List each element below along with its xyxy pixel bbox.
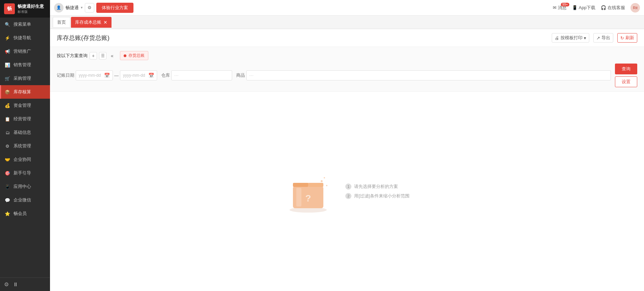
product-placeholder: ···	[249, 73, 254, 78]
warehouse-field-group: 仓库 ···	[161, 70, 232, 80]
empty-svg-illustration: ?	[284, 169, 332, 213]
scheme-dot-icon	[124, 54, 126, 57]
empty-illustration: ?	[284, 169, 332, 213]
sidebar-item-label: 应用中心	[14, 184, 31, 190]
sidebar-item-label: 经营管理	[14, 116, 31, 122]
svg-rect-4	[293, 183, 308, 187]
step-1-number: 1	[345, 184, 351, 190]
operations-icon: 📋	[4, 116, 11, 122]
sidebar-item-inventory[interactable]: 📦 库存核算	[0, 85, 50, 99]
date-start-input[interactable]: yyyy-mm-dd 📅	[76, 70, 113, 80]
refresh-icon: ↻	[620, 35, 624, 41]
tab-inventory-cost[interactable]: 库存成本总账 ✕	[71, 17, 112, 28]
headset-icon: 🎧	[601, 5, 606, 10]
sidebar-item-label: 采购管理	[14, 75, 31, 81]
message-icon: ✉	[553, 5, 556, 10]
sidebar-item-label: 销售管理	[14, 62, 31, 68]
date-field-label: 记账日期	[57, 72, 74, 78]
sidebar-item-finance[interactable]: 💰 资金管理	[0, 99, 50, 112]
print-template-button[interactable]: 🖨 按模板打印 ▾	[552, 33, 589, 43]
newguide-icon: 🎯	[4, 170, 11, 176]
calendar-end-icon: 📅	[148, 73, 154, 78]
sidebar-item-cooperation[interactable]: 🤝 企业协同	[0, 153, 50, 166]
empty-text: 1 请先选择要分析的方案 2 用[过滤]条件来缩小分析范围	[345, 184, 409, 199]
filter-bar: 按以下方案查询 + ☰ « 存货总账 记账日期 yyyy-mm-dd 📅	[50, 47, 644, 92]
sidebar-logo: 畅 畅捷通好生意 标准版	[0, 0, 50, 18]
query-button[interactable]: 查询	[615, 64, 637, 74]
shortcut-icon: ⚡	[4, 34, 11, 41]
filter-collapse-button[interactable]: «	[108, 52, 116, 59]
sidebar-item-system[interactable]: ⚙ 系统管理	[0, 139, 50, 153]
step-1-text: 请先选择要分析的方案	[354, 184, 398, 190]
empty-state: ? 1 请先选择要分析的方案 2 用[过滤]条件来缩小分析范围	[50, 92, 644, 291]
topbar-settings-button[interactable]: ⚙	[85, 3, 94, 13]
online-service-label: 在线客服	[608, 5, 625, 11]
online-service-button[interactable]: 🎧 在线客服	[601, 5, 625, 11]
sidebar-item-operations[interactable]: 📋 经营管理	[0, 112, 50, 126]
sidebar-item-sales[interactable]: 📊 销售管理	[0, 58, 50, 72]
svg-text:?: ?	[305, 193, 311, 203]
sidebar-item-appcenter[interactable]: 📱 应用中心	[0, 180, 50, 193]
warehouse-select[interactable]: ···	[171, 70, 232, 80]
search-icon: 🔍	[4, 21, 11, 28]
chevron-down-icon[interactable]: ▾	[81, 5, 83, 10]
refresh-button[interactable]: ↻ 刷新	[617, 33, 637, 43]
audio-footer-icon[interactable]: ⏸	[13, 282, 18, 288]
page-header-actions: 🖨 按模板打印 ▾ ↗ 导出 ↻ 刷新	[552, 33, 637, 43]
sidebar-item-label: 畅会员	[14, 211, 27, 217]
date-separator: —	[114, 73, 119, 78]
user-initials: Rit	[633, 6, 637, 10]
sidebar-item-shortcut[interactable]: ⚡ 快捷导航	[0, 31, 50, 45]
page-area: 库存总账(存货总账) 🖨 按模板打印 ▾ ↗ 导出 ↻ 刷新	[50, 29, 644, 291]
sidebar-item-wechat[interactable]: 💬 企业微信	[0, 193, 50, 207]
empty-step-1: 1 请先选择要分析的方案	[345, 184, 409, 190]
tab-home-label: 首页	[57, 19, 66, 25]
date-end-input[interactable]: yyyy-mm-dd 📅	[120, 70, 157, 80]
messages-button[interactable]: ✉ 消息 99+	[553, 5, 567, 11]
logo-icon: 畅	[4, 3, 15, 14]
sidebar-item-basic[interactable]: 🗂 基础信息	[0, 126, 50, 139]
product-select[interactable]: ···	[246, 70, 611, 80]
filter-scheme-button[interactable]: ☰	[99, 52, 106, 59]
industry-solution-button[interactable]: 体验行业方案	[96, 3, 133, 13]
logo-main: 畅捷通好生意	[18, 4, 44, 9]
sidebar-item-newguide[interactable]: 🎯 新手引导	[0, 166, 50, 180]
tab-close-icon[interactable]: ✕	[103, 20, 107, 25]
svg-rect-6	[296, 188, 301, 207]
sidebar-item-purchase[interactable]: 🛒 采购管理	[0, 72, 50, 85]
page-header: 库存总账(存货总账) 🖨 按模板打印 ▾ ↗ 导出 ↻ 刷新	[50, 29, 644, 47]
filter-row-2: 记账日期 yyyy-mm-dd 📅 — yyyy-mm-dd 📅 仓库	[57, 64, 637, 87]
wechat-icon: 💬	[4, 197, 11, 203]
sidebar: 畅 畅捷通好生意 标准版 🔍 搜索菜单 ⚡ 快捷导航 📢 营销推广 📊 销售管理	[0, 0, 50, 291]
tab-home[interactable]: 首页	[53, 17, 70, 28]
sidebar-item-label: 资金管理	[14, 102, 31, 108]
export-label: 导出	[601, 35, 610, 41]
printer-icon: 🖨	[555, 35, 559, 41]
sidebar-item-label: 搜索菜单	[14, 21, 31, 27]
print-chevron-icon: ▾	[584, 35, 586, 41]
settings-footer-icon[interactable]: ⚙	[4, 281, 9, 288]
system-icon: ⚙	[4, 143, 11, 149]
sidebar-item-member[interactable]: ⭐ 畅会员	[0, 207, 50, 220]
export-button[interactable]: ↗ 导出	[593, 33, 613, 43]
messages-badge: 99+	[561, 3, 569, 6]
marketing-icon: 📢	[4, 48, 11, 55]
sidebar-item-search[interactable]: 🔍 搜索菜单	[0, 18, 50, 31]
date-start-placeholder: yyyy-mm-dd	[79, 73, 103, 78]
appcenter-icon: 📱	[4, 183, 11, 190]
sidebar-item-marketing[interactable]: 📢 营销推广	[0, 45, 50, 58]
sidebar-item-label: 企业协同	[14, 156, 31, 163]
app-download-button[interactable]: 📱 App下载	[572, 5, 595, 11]
filter-scheme-tag[interactable]: 存货总账	[120, 51, 148, 60]
purchase-icon: 🛒	[4, 75, 11, 82]
user-avatar-topbar[interactable]: Rit	[630, 3, 640, 13]
filter-add-button[interactable]: +	[90, 52, 97, 59]
scheme-tag-label: 存货总账	[128, 53, 145, 58]
filter-settings-button[interactable]: 设置	[615, 76, 637, 87]
main-content: 👤 畅捷通 ▾ ⚙ 体验行业方案 ✉ 消息 99+ 📱 App下载 🎧 在线客服	[50, 0, 644, 291]
warehouse-placeholder: ···	[174, 73, 179, 78]
warehouse-field-label: 仓库	[161, 72, 170, 78]
topbar-right: ✉ 消息 99+ 📱 App下载 🎧 在线客服 Rit	[553, 3, 640, 13]
logo-text: 畅捷通好生意 标准版	[18, 4, 44, 14]
svg-point-9	[326, 185, 327, 186]
